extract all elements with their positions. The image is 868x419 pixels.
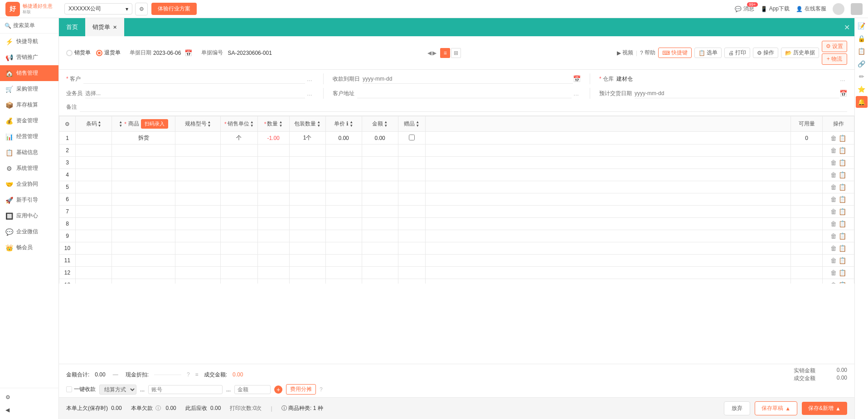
- sidebar-settings-button[interactable]: ⚙: [0, 391, 58, 404]
- expected-cal-icon[interactable]: 📅: [839, 90, 847, 97]
- sidebar-item-sales[interactable]: 🏠 销售管理: [0, 65, 58, 81]
- right-note-button[interactable]: 📝: [856, 20, 868, 32]
- copy-row-icon[interactable]: 📋: [839, 171, 846, 178]
- copy-row-icon[interactable]: 📋: [839, 281, 846, 284]
- sidebar-item-member[interactable]: 👑 畅会员: [0, 240, 58, 255]
- delete-row-icon[interactable]: 🗑: [830, 183, 837, 191]
- expense-split-button[interactable]: 费用分摊: [286, 384, 316, 395]
- row-gift-cell[interactable]: [398, 206, 425, 218]
- message-button[interactable]: 💬 消息 99+: [735, 5, 754, 13]
- row-gift-cell[interactable]: [398, 169, 425, 181]
- calendar-icon[interactable]: 📅: [184, 49, 192, 57]
- copy-row-icon[interactable]: 📋: [839, 257, 846, 264]
- copy-row-icon[interactable]: 📋: [839, 159, 846, 166]
- notes-input[interactable]: [80, 102, 847, 112]
- payment-method-select[interactable]: 结算方式: [99, 385, 136, 395]
- customer-more-icon[interactable]: ...: [305, 75, 314, 82]
- select-more-icon[interactable]: ...: [140, 386, 145, 393]
- save-draft-button[interactable]: 保存草稿 ▲: [755, 401, 797, 415]
- row-gift-cell[interactable]: [398, 242, 425, 255]
- sidebar-item-marketing[interactable]: 📢 营销推广: [0, 49, 58, 65]
- save-new-button[interactable]: 保存&新增 ▲: [802, 402, 847, 415]
- address-more-icon[interactable]: ...: [572, 90, 581, 97]
- gift-checkbox[interactable]: [409, 135, 415, 140]
- delete-row-icon[interactable]: 🗑: [830, 135, 837, 142]
- account-input[interactable]: [148, 385, 223, 394]
- right-lock-button[interactable]: 🔒: [856, 33, 868, 44]
- delete-row-icon[interactable]: 🗑: [830, 196, 837, 203]
- right-copy-button[interactable]: 📋: [856, 45, 868, 57]
- close-tab-icon[interactable]: ✕: [844, 23, 850, 32]
- expected-date-input[interactable]: [635, 89, 839, 98]
- delete-row-icon[interactable]: 🗑: [830, 159, 837, 166]
- copy-row-icon[interactable]: 📋: [839, 232, 846, 240]
- settings-right-button[interactable]: ⚙ 设置: [822, 41, 847, 52]
- row-gift-cell[interactable]: [398, 144, 425, 157]
- copy-row-icon[interactable]: 📋: [839, 220, 846, 227]
- tab-sales-order[interactable]: 销货单 ✕: [85, 18, 124, 36]
- history-button[interactable]: 📂 历史单据: [781, 48, 819, 58]
- delete-row-icon[interactable]: 🗑: [830, 147, 837, 154]
- row-gift-cell[interactable]: [398, 267, 425, 279]
- sidebar-item-apps[interactable]: 🔲 应用中心: [0, 208, 58, 224]
- discount-help-icon[interactable]: ?: [187, 371, 190, 378]
- sidebar-item-finance[interactable]: 💰 资金管理: [0, 113, 58, 129]
- copy-row-icon[interactable]: 📋: [839, 147, 846, 154]
- salesperson-more-icon[interactable]: ...: [305, 90, 314, 97]
- right-star-button[interactable]: ⭐: [856, 83, 868, 95]
- prev-arrow-icon[interactable]: ◀: [427, 50, 432, 56]
- copy-row-icon[interactable]: 📋: [839, 269, 846, 276]
- row-gift-cell[interactable]: [398, 181, 425, 193]
- operations-button[interactable]: ⚙ 操作: [753, 48, 778, 58]
- sidebar-search[interactable]: 🔍 搜索菜单: [0, 18, 58, 34]
- sidebar-item-inventory[interactable]: 📦 库存核算: [0, 97, 58, 113]
- salesperson-input[interactable]: [85, 89, 305, 98]
- warehouse-more-icon[interactable]: ...: [838, 75, 847, 82]
- scan-button[interactable]: 扫码录入: [141, 119, 168, 129]
- delete-row-icon[interactable]: 🗑: [830, 232, 837, 240]
- account-more-icon[interactable]: ...: [226, 386, 231, 393]
- delete-row-icon[interactable]: 🗑: [830, 245, 837, 252]
- row-gift-cell[interactable]: [398, 132, 425, 144]
- table-scroll[interactable]: ⚙ 条码▲▼ ▲▼ *商品 扫码录入: [59, 116, 854, 284]
- gear-button[interactable]: ⚙: [135, 3, 148, 15]
- tab-close-icon[interactable]: ✕: [113, 24, 117, 30]
- copy-row-icon[interactable]: 📋: [839, 196, 846, 203]
- delete-row-icon[interactable]: 🗑: [830, 281, 837, 284]
- copy-row-icon[interactable]: 📋: [839, 135, 846, 142]
- sidebar-item-operations[interactable]: 📊 经营管理: [0, 129, 58, 144]
- shortcut-button[interactable]: ⌨ 快捷键: [658, 48, 692, 58]
- delete-row-icon[interactable]: 🗑: [830, 220, 837, 227]
- trial-button[interactable]: 体验行业方案: [151, 3, 197, 15]
- one-click-payment-checkbox[interactable]: 一键收款: [66, 385, 96, 393]
- sidebar-item-guide[interactable]: 🚀 新手引导: [0, 192, 58, 208]
- discard-button[interactable]: 放弃: [724, 401, 750, 415]
- right-edit-button[interactable]: ✏: [856, 71, 868, 82]
- video-tool[interactable]: ▶ 视频: [617, 49, 633, 57]
- right-bell-button[interactable]: 🔔: [856, 96, 868, 108]
- sidebar-collapse-button[interactable]: ◀: [0, 404, 58, 416]
- tab-home[interactable]: 首页: [59, 18, 85, 36]
- copy-row-icon[interactable]: 📋: [839, 183, 846, 191]
- logistics-button[interactable]: + 物流: [822, 53, 847, 65]
- sidebar-item-wechat[interactable]: 💬 企业微信: [0, 224, 58, 240]
- expense-help-icon[interactable]: ?: [320, 386, 323, 393]
- delete-row-icon[interactable]: 🗑: [830, 269, 837, 276]
- row-gift-cell[interactable]: [398, 218, 425, 230]
- copy-row-icon[interactable]: 📋: [839, 208, 846, 215]
- cash-discount-input[interactable]: [154, 375, 181, 375]
- delete-row-icon[interactable]: 🗑: [830, 208, 837, 215]
- row-gift-cell[interactable]: [398, 279, 425, 284]
- company-selector[interactable]: XXXXXX公司 ▾: [64, 3, 132, 14]
- customer-input[interactable]: [83, 74, 305, 84]
- app-download-button[interactable]: 📱 App下载: [761, 5, 790, 13]
- sidebar-item-system[interactable]: ⚙ 系统管理: [0, 160, 58, 176]
- copy-row-icon[interactable]: 📋: [839, 245, 846, 252]
- row-gift-cell[interactable]: [398, 255, 425, 267]
- sidebar-item-purchase[interactable]: 🛒 采购管理: [0, 81, 58, 97]
- avatar[interactable]: [833, 3, 844, 15]
- payment-date-input[interactable]: [363, 74, 573, 84]
- print-button[interactable]: 🖨 打印: [724, 48, 750, 58]
- grid-view-button[interactable]: ⊞: [451, 48, 461, 58]
- sales-order-radio[interactable]: 销货单: [66, 49, 91, 57]
